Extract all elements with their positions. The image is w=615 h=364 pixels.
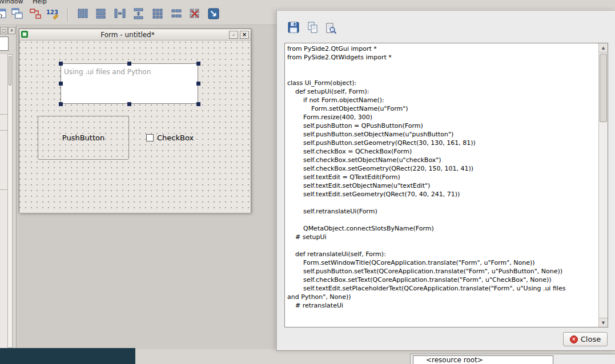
scroll-up-icon[interactable]: ▲ bbox=[599, 43, 608, 52]
background-window-fragment bbox=[0, 348, 135, 364]
edit-widgets-icon bbox=[0, 7, 7, 22]
dock-float-button[interactable]: □ bbox=[0, 27, 7, 34]
edit-signals-slots-icon bbox=[29, 7, 42, 22]
copy-icon bbox=[307, 21, 319, 36]
selection-handle-mid-right[interactable] bbox=[196, 82, 200, 86]
layout-horizontal-splitter-button[interactable] bbox=[112, 7, 128, 23]
edit-tab-order-icon: 123 bbox=[46, 7, 59, 22]
layout-horizontal-icon bbox=[77, 7, 89, 22]
pushbutton-label: PushButton bbox=[62, 134, 104, 142]
checkbox-box-icon bbox=[146, 134, 154, 141]
checkbox-widget[interactable]: CheckBox bbox=[146, 134, 194, 142]
close-dialog-button[interactable]: × Close bbox=[563, 332, 608, 346]
save-code-button[interactable] bbox=[286, 21, 301, 36]
layout-vertical-splitter-icon bbox=[132, 7, 145, 22]
selection-handle-bottom-right[interactable] bbox=[196, 102, 200, 106]
float-icon: □ bbox=[2, 28, 6, 33]
pushbutton-widget[interactable]: PushButton bbox=[38, 116, 129, 160]
layout-horizontal-splitter-icon bbox=[114, 7, 126, 22]
save-icon bbox=[287, 21, 300, 36]
layout-form-icon bbox=[170, 7, 183, 22]
resource-root-item[interactable]: <resource root> bbox=[413, 355, 553, 364]
code-preview-dialog: from PySide2.QtGui import * from PySide2… bbox=[276, 10, 615, 351]
edit-buddies-icon bbox=[11, 7, 23, 22]
copy-code-button[interactable] bbox=[306, 21, 320, 36]
widget-box-list bbox=[0, 54, 7, 348]
code-scrollbar-thumb[interactable] bbox=[600, 54, 607, 122]
edit-signals-slots-button[interactable] bbox=[27, 7, 43, 23]
scrollbar-thumb[interactable] bbox=[9, 56, 11, 86]
layout-grid-button[interactable] bbox=[150, 7, 166, 23]
close-button-label: Close bbox=[581, 335, 601, 343]
layout-vertical-splitter-button[interactable] bbox=[131, 7, 147, 23]
edit-tab-order-button[interactable]: 123 bbox=[45, 7, 61, 23]
textedit-placeholder: Using .ui files and Python bbox=[64, 68, 151, 76]
adjust-size-icon bbox=[207, 7, 220, 22]
toolbar-separator bbox=[67, 8, 68, 22]
form-window-title: Form - untitled* bbox=[28, 31, 227, 39]
form-canvas[interactable]: Using .ui files and Python PushButton Ch… bbox=[19, 41, 251, 213]
list-divider bbox=[0, 130, 7, 131]
layout-form-button[interactable] bbox=[168, 7, 184, 23]
generated-python-code[interactable]: from PySide2.QtGui import * from PySide2… bbox=[285, 43, 608, 311]
widget-filter-input[interactable] bbox=[0, 37, 9, 51]
menu-item-help[interactable]: Help bbox=[33, 0, 47, 5]
edit-buddies-button[interactable] bbox=[9, 7, 25, 23]
selection-handle-top-right[interactable] bbox=[196, 62, 200, 66]
layout-horizontal-button[interactable] bbox=[75, 7, 91, 23]
break-layout-icon bbox=[188, 7, 201, 22]
close-icon: × bbox=[570, 335, 578, 343]
code-scrollbar[interactable]: ▲ ▼ bbox=[598, 43, 608, 327]
scroll-down-icon[interactable]: ▼ bbox=[599, 318, 608, 327]
form-window-icon bbox=[21, 29, 28, 40]
selection-handle-bottom-mid[interactable] bbox=[127, 102, 131, 106]
selection-handle-mid-left[interactable] bbox=[59, 82, 63, 86]
checkbox-label: CheckBox bbox=[157, 134, 194, 142]
selection-handle-top-mid[interactable] bbox=[127, 62, 131, 66]
layout-vertical-button[interactable] bbox=[93, 7, 109, 23]
widget-box-scrollbar[interactable] bbox=[7, 54, 13, 348]
resource-browser-panel: <resource root> bbox=[410, 354, 615, 364]
list-divider bbox=[0, 114, 7, 115]
code-view[interactable]: from PySide2.QtGui import * from PySide2… bbox=[284, 43, 608, 327]
dock-close-button[interactable]: × bbox=[8, 27, 15, 34]
find-icon bbox=[325, 22, 337, 37]
menubar: Window Help bbox=[0, 0, 171, 7]
selection-handle-top-left[interactable] bbox=[59, 62, 63, 66]
edit-widgets-button[interactable] bbox=[0, 7, 9, 23]
form-window-titlebar[interactable]: Form - untitled* - × bbox=[19, 29, 251, 41]
layout-vertical-icon bbox=[95, 7, 107, 22]
menu-item-window[interactable]: Window bbox=[0, 0, 23, 5]
layout-grid-icon bbox=[151, 7, 164, 22]
close-icon: × bbox=[10, 28, 14, 33]
textedit-widget[interactable]: Using .ui files and Python bbox=[61, 63, 198, 104]
form-editor-window: Form - untitled* - × Using .ui files and… bbox=[19, 29, 251, 213]
form-minimize-button[interactable]: - bbox=[229, 31, 238, 39]
adjust-size-button[interactable] bbox=[206, 7, 222, 23]
find-code-button[interactable] bbox=[324, 22, 339, 37]
list-divider bbox=[0, 189, 7, 190]
form-close-button[interactable]: × bbox=[240, 31, 249, 39]
break-layout-button[interactable] bbox=[187, 7, 203, 23]
selection-handle-bottom-left[interactable] bbox=[59, 102, 63, 106]
